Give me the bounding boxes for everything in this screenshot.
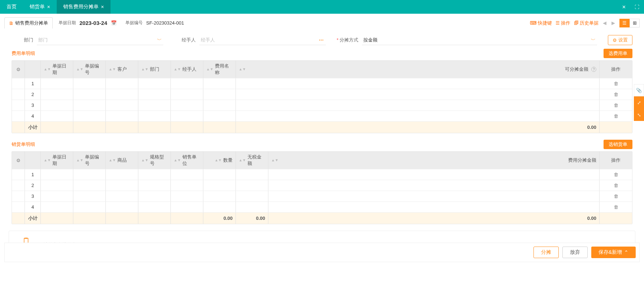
next-icon[interactable]: ▶ xyxy=(611,20,616,26)
top-tab-bar: 首页 销货单✕ 销售费用分摊单✕ ✕ ⛶ xyxy=(0,0,644,14)
chevron-down-icon: ﹀ xyxy=(157,37,162,43)
document-type-tab[interactable]: 🗎 销售费用分摊单 xyxy=(4,17,53,29)
attachment-icon[interactable]: 📎 xyxy=(634,84,644,96)
select-sales-button[interactable]: 选销货单 xyxy=(604,140,632,149)
gear-icon[interactable]: ⚙ xyxy=(12,152,25,169)
document-icon: 🗎 xyxy=(9,21,14,26)
view-list-icon[interactable]: ☰ xyxy=(619,19,630,27)
close-icon[interactable]: ✕ xyxy=(101,5,104,9)
view-grid-icon[interactable]: ⊞ xyxy=(630,19,640,27)
trash-icon[interactable]: 🗑 xyxy=(614,81,618,86)
alloc-button[interactable]: 分摊 xyxy=(533,247,559,258)
handler-label: 经手人 xyxy=(174,37,196,43)
history-icon: 🗐 xyxy=(574,20,579,26)
gear-icon[interactable]: ⚙ xyxy=(12,61,25,78)
table-row[interactable]: 2 🗑 xyxy=(12,180,632,191)
table-row[interactable]: 3 🗑 xyxy=(12,191,632,201)
docno-value: SF-20230324-001 xyxy=(146,20,184,26)
tab-list: 首页 销货单✕ 销售费用分摊单✕ xyxy=(0,0,111,14)
expense-section-title: 费用单明细 xyxy=(12,50,35,57)
table-row[interactable]: 4 🗑 xyxy=(12,110,632,121)
date-value[interactable]: 2023-03-24 xyxy=(79,20,107,26)
select-expense-button[interactable]: 选费用单 xyxy=(604,49,632,58)
fullscreen-icon[interactable]: ⛶ xyxy=(633,3,640,10)
shortcut-link[interactable]: ⌨快捷键 xyxy=(530,20,552,26)
settings-button[interactable]: ⚙设置 xyxy=(608,35,632,45)
more-icon: ⋯ xyxy=(319,37,324,43)
discard-button[interactable]: 放弃 xyxy=(562,247,588,258)
trash-icon[interactable]: 🗑 xyxy=(614,103,618,108)
method-label: *分摊方式 xyxy=(337,37,358,43)
method-select[interactable]: 按金额 ﹀ xyxy=(362,35,597,45)
table-row[interactable]: 4 🗑 xyxy=(12,201,632,212)
page-body: 🗎 销售费用分摊单 单据日期 2023-03-24 📅 单据编号 SF-2023… xyxy=(0,14,644,262)
gear-icon: ⚙ xyxy=(613,38,617,43)
close-window-icon[interactable]: ✕ xyxy=(620,3,627,10)
subtotal-row: 小计 0.00 0.00 0.00 xyxy=(12,212,632,224)
ops-link[interactable]: ☰操作 xyxy=(556,20,570,26)
trash-icon[interactable]: 🗑 xyxy=(614,204,618,210)
docno-label: 单据编号 xyxy=(125,20,143,26)
table-row[interactable]: 3 🗑 xyxy=(12,100,632,110)
table-row[interactable]: 1 🗑 xyxy=(12,78,632,89)
keyboard-icon: ⌨ xyxy=(530,20,537,26)
side-toolbar: 📎 ⤢ ⤡ xyxy=(634,84,644,121)
handler-select[interactable]: 经手人 ⋯ xyxy=(199,35,326,45)
date-label: 单据日期 xyxy=(59,20,76,26)
dept-select[interactable]: 部门 ﹀ xyxy=(37,35,163,45)
save-new-button[interactable]: 保存&新增⌃ xyxy=(591,247,636,258)
trash-icon[interactable]: 🗑 xyxy=(614,183,618,188)
list-icon: ☰ xyxy=(556,20,560,26)
expand2-icon[interactable]: ⤡ xyxy=(634,109,644,121)
help-icon[interactable]: ? xyxy=(591,67,596,72)
trash-icon[interactable]: 🗑 xyxy=(614,193,618,199)
dept-label: 部门 xyxy=(12,37,33,43)
table-row[interactable]: 2 🗑 xyxy=(12,89,632,100)
history-link[interactable]: 🗐历史单据 xyxy=(574,20,598,26)
expense-grid: ⚙ ▲▼单据日期 ▲▼单据编号 ▲▼客户 ▲▼部门 ▲▼经手人 ▲▼费用名称 ▲… xyxy=(12,60,632,133)
calendar-icon[interactable]: 📅 xyxy=(111,20,117,26)
sales-section-title: 销货单明细 xyxy=(12,141,35,148)
trash-icon[interactable]: 🗑 xyxy=(614,172,618,177)
tab-sales-order[interactable]: 销货单✕ xyxy=(23,0,57,14)
trash-icon[interactable]: 🗑 xyxy=(614,92,618,97)
footer-actions: 分摊 放弃 保存&新增⌃ xyxy=(4,243,640,262)
close-icon[interactable]: ✕ xyxy=(47,5,50,9)
trash-icon[interactable]: 🗑 xyxy=(614,113,618,119)
tab-home[interactable]: 首页 xyxy=(0,0,23,14)
chevron-up-icon: ⌃ xyxy=(624,249,628,255)
table-row[interactable]: 1 🗑 xyxy=(12,169,632,180)
prev-icon[interactable]: ◀ xyxy=(602,20,607,26)
expand-icon[interactable]: ⤢ xyxy=(634,96,644,109)
document-type-label: 销售费用分摊单 xyxy=(15,20,48,26)
chevron-down-icon: ﹀ xyxy=(591,37,596,43)
tab-expense-alloc[interactable]: 销售费用分摊单✕ xyxy=(57,0,111,14)
subtotal-row: 小计 0.00 xyxy=(12,121,632,133)
sales-grid: ⚙ ▲▼单据日期 ▲▼单据编号 ▲▼商品 ▲▼规格型号 ▲▼销售单位 ▲▼数量 … xyxy=(12,151,632,224)
